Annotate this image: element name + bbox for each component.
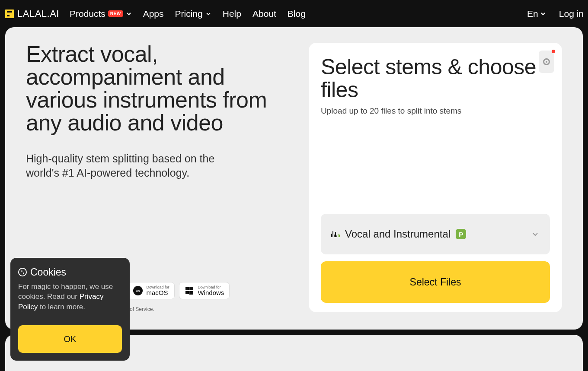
nav-help[interactable]: Help xyxy=(223,9,241,19)
login-link[interactable]: Log in xyxy=(559,9,584,19)
stem-selector[interactable]: Vocal and Instrumental P xyxy=(321,214,550,254)
macos-icon: os xyxy=(133,286,143,295)
nav-blog[interactable]: Blog xyxy=(288,9,306,19)
windows-icon xyxy=(185,286,194,295)
cookie-icon xyxy=(18,268,27,276)
cookie-ok-button[interactable]: OK xyxy=(18,325,122,353)
download-macos[interactable]: os Download for macOS xyxy=(128,282,175,299)
cookie-banner: Cookies For magic to happen, we use cook… xyxy=(10,258,130,361)
stem-label: Vocal and Instrumental xyxy=(345,228,451,240)
uploader-title: Select stems & choose files xyxy=(321,56,550,101)
nav-about[interactable]: About xyxy=(252,9,276,19)
svg-rect-1 xyxy=(185,287,189,290)
chevron-down-icon xyxy=(531,230,540,238)
select-files-button[interactable]: Select Files xyxy=(321,261,550,303)
cookie-title: Cookies xyxy=(30,266,66,278)
nav-pricing[interactable]: Pricing xyxy=(175,9,211,19)
chevron-down-icon xyxy=(126,11,132,17)
hero-subtitle: High-quality stem splitting based on the… xyxy=(26,152,251,180)
uploader-hint: Upload up to 20 files to split into stem… xyxy=(321,106,550,116)
nav-apps[interactable]: Apps xyxy=(143,9,164,19)
svg-rect-3 xyxy=(185,291,189,294)
logo[interactable]: LALAL.AI xyxy=(5,8,59,19)
logo-icon xyxy=(5,10,14,18)
cookie-ok-label: OK xyxy=(64,334,77,344)
header-left: LALAL.AI Products NEW Apps Pricing Help … xyxy=(5,8,306,19)
spacer xyxy=(321,116,550,214)
logo-text: LALAL.AI xyxy=(17,8,59,19)
nav-products[interactable]: Products NEW xyxy=(70,9,132,19)
chevron-down-icon xyxy=(205,11,211,17)
chevron-down-icon xyxy=(540,11,546,17)
header-right: En Log in xyxy=(527,9,584,19)
nav-products-label: Products xyxy=(70,9,105,19)
nav-pricing-label: Pricing xyxy=(175,9,203,19)
header: LALAL.AI Products NEW Apps Pricing Help … xyxy=(0,0,588,27)
svg-text:os: os xyxy=(136,289,140,293)
cookie-body: For magic to happen, we use cookies. Rea… xyxy=(18,282,122,312)
language-label: En xyxy=(527,9,538,19)
download-macos-label: macOS xyxy=(146,289,169,296)
uploader-panel: Select stems & choose files Upload up to… xyxy=(309,43,562,312)
svg-rect-2 xyxy=(189,287,193,290)
svg-rect-4 xyxy=(189,291,193,295)
phoenix-badge: P xyxy=(456,229,466,239)
gear-icon xyxy=(543,58,550,65)
download-windows-label: Windows xyxy=(198,289,224,296)
new-badge: NEW xyxy=(108,10,123,17)
download-windows[interactable]: Download for Windows xyxy=(179,282,230,299)
hero-title: Extract vocal, accompaniment and various… xyxy=(26,43,291,134)
cookie-title-row: Cookies xyxy=(18,266,122,278)
language-selector[interactable]: En xyxy=(527,9,546,19)
settings-button[interactable] xyxy=(539,51,554,73)
cookie-line2: to learn more. xyxy=(38,303,85,311)
select-files-label: Select Files xyxy=(410,276,461,288)
waveform-icon xyxy=(331,231,340,237)
main-nav: Products NEW Apps Pricing Help About Blo… xyxy=(70,9,306,19)
